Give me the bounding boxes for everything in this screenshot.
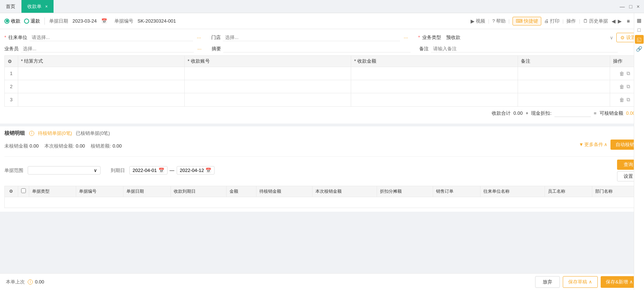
row-3-account[interactable] [184, 93, 351, 106]
tab-current[interactable]: 收款单 × [21, 0, 54, 13]
list-view-btn[interactable]: ≡ [625, 17, 631, 25]
remark-input[interactable] [431, 45, 618, 52]
row-3-amount[interactable] [351, 93, 518, 106]
next-btn[interactable]: ▶ [617, 17, 623, 25]
th-remark: 备注 [518, 56, 610, 67]
counterparty-input[interactable] [30, 34, 193, 41]
save-draft-btn[interactable]: 保存草稿 ∧ [563, 276, 598, 288]
row-2-remark[interactable] [518, 80, 610, 93]
th-payment: * 结算方式 [18, 56, 184, 67]
row-1-delete-btn[interactable]: 🗑 [619, 71, 624, 77]
range-select[interactable]: ∨ [28, 166, 101, 175]
operate-btn[interactable]: 操作 [566, 18, 576, 24]
date-to-value: 2022-04-12 [180, 168, 204, 173]
select-all-checkbox[interactable] [21, 188, 26, 193]
verify-info-icon[interactable]: i [29, 131, 34, 136]
business-type-dropdown-icon[interactable]: ∨ [610, 35, 613, 40]
bottom-table-container: ⚙ 单据类型 单据编号 单据日期 收款到期日 金额 待核销金额 本次核销金额 折… [4, 186, 640, 208]
row-2-delete-btn[interactable]: 🗑 [619, 84, 624, 90]
diff-value: 0.00 [113, 143, 122, 149]
row-1-copy-btn[interactable]: ⧉ [627, 70, 630, 77]
footer-right: 放弃 保存草稿 ∧ 保存&新增 ∧ [535, 276, 638, 288]
row-2-copy-btn[interactable]: ⧉ [627, 83, 630, 90]
receipt-label: 收款 [11, 18, 20, 24]
history-btn[interactable]: 🗒 历史单据 [583, 18, 608, 24]
more-conditions-btn[interactable]: ▼ 更多条件 ∧ [579, 141, 608, 148]
business-type-value: 预收款 [446, 34, 608, 41]
receipt-radio[interactable]: 收款 [4, 18, 20, 24]
business-type-label: * 业务类型 [418, 34, 441, 41]
bth-settings[interactable]: ⚙ [5, 186, 18, 197]
shop-ellipsis-btn[interactable]: ··· [402, 35, 409, 40]
diff-label: 核销差额: [91, 143, 111, 149]
verify-stats: 未核销金额 0.00 本次核销金额: 0.00 核销差额: 0.00 ▼ 更多条… [4, 140, 640, 153]
date-to-input[interactable]: 2022-04-12 📅 [177, 166, 215, 175]
save-new-btn[interactable]: 保存&新增 ∧ [601, 276, 638, 288]
row-3-remark[interactable] [518, 93, 610, 106]
row-3-payment[interactable] [18, 93, 184, 106]
verify-toolbar: ▼ 更多条件 ∧ 自动核销 [579, 140, 640, 150]
window-minimize-btn[interactable]: — [618, 3, 626, 10]
counterparty-label: * 往来单位 [4, 34, 27, 41]
help-btn[interactable]: ? 帮助 [492, 18, 505, 24]
discount-input[interactable] [554, 110, 591, 117]
number-label: 单据编号 [114, 18, 133, 24]
discount-label: 现金折扣: [531, 110, 551, 117]
sidebar-icon-1[interactable]: ▦ [635, 16, 644, 25]
save-draft-label: 保存草稿 [568, 279, 587, 285]
row-2-amount[interactable] [351, 80, 518, 93]
calendar-icon[interactable]: 📅 [101, 18, 107, 24]
date-range: 2022-04-01 📅 — 2022-04-12 📅 [129, 166, 215, 175]
receipt-refund-group: 收款 退款 [4, 18, 40, 24]
bth-pending: 待核销金额 [256, 186, 313, 197]
sidebar-icon-2[interactable]: □ [635, 26, 644, 34]
prev-btn[interactable]: ◀ [611, 17, 616, 25]
shop-input[interactable] [223, 34, 400, 41]
row-2-account[interactable] [184, 80, 351, 93]
total-label: 收款合计 [492, 110, 511, 117]
sidebar-icon-4[interactable]: 🔗 [635, 44, 644, 53]
tab-home[interactable]: 首页 [0, 0, 21, 13]
summary-input[interactable] [223, 45, 410, 52]
receipt-radio-circle [4, 19, 9, 24]
counterparty-ellipsis-btn[interactable]: ··· [195, 35, 203, 40]
refund-radio[interactable]: 退款 [24, 18, 40, 24]
print-btn[interactable]: 🖨 打印 [544, 18, 559, 24]
row-1-account[interactable] [184, 67, 351, 80]
staff-input[interactable] [21, 45, 194, 52]
history-label: 历史单据 [589, 18, 608, 24]
row-1-payment[interactable] [18, 67, 184, 80]
bth-staff: 员工名称 [545, 186, 592, 197]
footer-info-icon[interactable]: i [28, 279, 33, 285]
divider: | [488, 18, 489, 24]
staff-ellipsis-btn[interactable]: ··· [196, 46, 203, 52]
footer-current-value: 0.00 [35, 279, 44, 285]
right-sidebar: ▦ □ ◱ 🔗 [634, 13, 644, 290]
th-account: * 收款账号 [184, 56, 351, 67]
date-dash: — [170, 168, 174, 173]
main-table: ⚙ * 结算方式 * 收款账号 * 收款金额 备注 操作 1 [5, 56, 639, 106]
window-close-btn[interactable]: × [635, 3, 641, 10]
tab-close-btn[interactable]: × [45, 4, 48, 9]
row-1-remark[interactable] [518, 67, 610, 80]
date-from-input[interactable]: 2022-04-01 📅 [129, 166, 168, 175]
window-maximize-btn[interactable]: □ [628, 3, 633, 10]
sidebar-icon-3[interactable]: ◱ [635, 35, 644, 44]
refund-radio-circle [24, 19, 29, 24]
shortcut-btn[interactable]: ⌨ 快捷键 [513, 17, 541, 26]
video-btn[interactable]: ▶ 视频 [471, 18, 485, 24]
row-3-delete-btn[interactable]: 🗑 [619, 97, 624, 103]
shortcut-label: 快捷键 [524, 18, 538, 24]
row-1-amount[interactable] [351, 67, 518, 80]
abandon-btn[interactable]: 放弃 [535, 276, 560, 288]
row-2-payment[interactable] [18, 80, 184, 93]
th-settings[interactable]: ⚙ [5, 56, 18, 67]
tab-done[interactable]: 已核销单据(0笔) [76, 130, 110, 137]
row-num-3: 3 [5, 93, 18, 106]
bth-counterparty: 往来单位名称 [480, 186, 545, 197]
divider4: | [579, 18, 580, 24]
row-3-copy-btn[interactable]: ⧉ [627, 97, 630, 103]
tab-pending[interactable]: 待核销单据(0笔) [38, 130, 72, 137]
toolbar: 收款 退款 单据日期 2023-03-24 📅 单据编号 SK-20230324… [0, 13, 644, 29]
print-label: 打印 [550, 18, 559, 24]
